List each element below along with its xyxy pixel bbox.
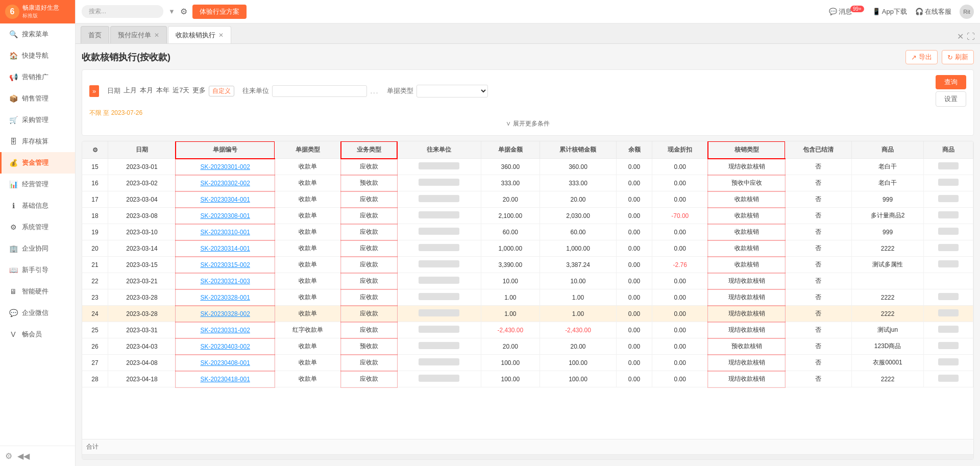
sidebar-item-operations[interactable]: 📊 经营管理 — [0, 174, 75, 195]
table-container[interactable]: ⚙ 日期 单据编号 单据类型 业务类型 往来单位 单据金额 累计核销金额 余额 … — [82, 141, 973, 439]
tab-collection-close[interactable]: ✕ — [218, 32, 224, 39]
export-btn[interactable]: ↗ 导出 — [905, 50, 938, 64]
td-goods2 — [924, 191, 973, 208]
filter-toggle-btn[interactable]: » — [89, 85, 99, 97]
date-7days[interactable]: 近7天 — [173, 86, 189, 96]
expand-bar[interactable]: ∨ 展开更多条件 — [89, 117, 966, 130]
date-this-month[interactable]: 本月 — [140, 86, 153, 96]
sidebar-icon-system: ⚙ — [9, 223, 18, 231]
partner-dots[interactable]: ... — [370, 87, 379, 95]
td-cash-discount: -2.76 — [652, 257, 708, 273]
td-partner — [397, 257, 481, 273]
collapse-icon[interactable]: ◀◀ — [17, 451, 30, 461]
sidebar-label-system: 系统管理 — [22, 223, 48, 232]
sidebar-item-wechat[interactable]: 💬 企业微信 — [0, 302, 75, 324]
win-max-btn[interactable]: ⛶ — [967, 32, 975, 41]
date-last-month[interactable]: 上月 — [124, 86, 137, 96]
td-date: 2023-03-31 — [108, 322, 176, 338]
td-cash-discount: 0.00 — [652, 191, 708, 208]
date-custom[interactable]: 自定义 — [209, 86, 234, 96]
td-written-off: 20.00 — [540, 191, 617, 208]
app-download-action[interactable]: 📱 App下载 — [872, 7, 907, 16]
td-no: 25 — [82, 322, 108, 338]
topbar-gear-icon[interactable]: ⚙ — [180, 7, 187, 16]
sidebar-item-inventory[interactable]: 🗄 库存核算 — [0, 131, 75, 152]
search-bar[interactable]: 搜索... — [82, 5, 163, 18]
td-writeoff-type: 预收款核销 — [708, 338, 785, 355]
doc-no-link[interactable]: SK-20230328-002 — [200, 310, 250, 317]
tab-collection-label: 收款核销执行 — [176, 31, 215, 40]
message-action[interactable]: 💬 消息 99+ — [829, 7, 864, 16]
tab-collection[interactable]: 收款核销执行 ✕ — [168, 26, 231, 43]
sidebar-label-operations: 经营管理 — [22, 180, 48, 189]
tab-home[interactable]: 首页 — [81, 26, 109, 43]
sidebar-item-basics[interactable]: ℹ 基础信息 — [0, 195, 75, 216]
doc-no-link[interactable]: SK-20230418-001 — [200, 376, 250, 383]
td-goods2 — [924, 224, 973, 240]
sidebar-item-system[interactable]: ⚙ 系统管理 — [0, 216, 75, 238]
table-row: 18 2023-03-08 SK-20230308-001 收款单 应收款 2,… — [82, 208, 973, 224]
td-goods1: 123D商品 — [851, 338, 924, 355]
td-writeoff-type: 收款核销 — [708, 240, 785, 257]
td-doc-no: SK-20230328-002 — [176, 306, 275, 322]
settings-btn[interactable]: 设置 — [936, 91, 966, 107]
td-written-off: 10.00 — [540, 273, 617, 289]
td-date: 2023-03-21 — [108, 273, 176, 289]
td-biz-type: 应收款 — [341, 159, 397, 175]
industry-btn[interactable]: 体验行业方案 — [192, 5, 247, 19]
partner-input[interactable] — [272, 85, 367, 97]
settings-icon[interactable]: ⚙ — [5, 451, 12, 461]
doc-no-link[interactable]: SK-20230301-002 — [200, 163, 250, 170]
date-label: 日期 — [107, 86, 120, 95]
sidebar-label-hardware: 智能硬件 — [22, 287, 48, 296]
date-more[interactable]: 更多 — [192, 86, 206, 96]
sidebar-item-member[interactable]: V 畅会员 — [0, 324, 75, 345]
refresh-btn[interactable]: ↻ 刷新 — [942, 50, 974, 64]
sidebar-item-finance[interactable]: 💰 资金管理 — [0, 152, 75, 174]
sidebar-item-enterprise[interactable]: 🏢 企业协同 — [0, 238, 75, 259]
doc-no-link[interactable]: SK-20230408-001 — [200, 359, 250, 366]
td-no: 22 — [82, 273, 108, 289]
td-balance: 0.00 — [617, 273, 652, 289]
sidebar-item-sales[interactable]: 📦 销售管理 — [0, 88, 75, 109]
expand-label: 展开更多条件 — [513, 120, 550, 127]
win-close-btn[interactable]: ✕ — [957, 32, 964, 41]
query-btn[interactable]: 查询 — [936, 75, 966, 89]
doc-no-link[interactable]: SK-20230315-002 — [200, 261, 250, 268]
doc-no-link[interactable]: SK-20230321-003 — [200, 278, 250, 285]
doc-no-link[interactable]: SK-20230302-002 — [200, 180, 250, 187]
td-writeoff-type: 现结收款核销 — [708, 273, 785, 289]
sidebar-item-quick-nav[interactable]: 🏠 快捷导航 — [0, 45, 75, 66]
doc-no-link[interactable]: SK-20230304-001 — [200, 196, 250, 203]
doc-no-link[interactable]: SK-20230308-001 — [200, 212, 250, 219]
page-title: 收款核销执行(按收款) — [82, 51, 170, 63]
th-cash-discount: 现金折扣 — [652, 141, 708, 159]
td-goods1: 老白干 — [851, 159, 924, 175]
user-avatar[interactable]: Rit — [960, 5, 974, 19]
horizontal-scrollbar[interactable] — [82, 454, 973, 459]
doc-no-link[interactable]: SK-20230314-001 — [200, 245, 250, 252]
doc-no-link[interactable]: SK-20230328-001 — [200, 294, 250, 301]
sidebar-item-hardware[interactable]: 🖥 智能硬件 — [0, 281, 75, 302]
date-this-year[interactable]: 本年 — [156, 86, 169, 96]
sidebar-icon-enterprise: 🏢 — [9, 244, 18, 253]
doc-no-link[interactable]: SK-20230310-001 — [200, 229, 250, 236]
td-include-cleared: 否 — [785, 240, 851, 257]
sidebar-item-guide[interactable]: 📖 新手引导 — [0, 259, 75, 281]
td-cash-discount: 0.00 — [652, 306, 708, 322]
td-doc-type: 收款单 — [275, 240, 341, 257]
tab-prepay-close[interactable]: ✕ — [154, 32, 159, 39]
topbar-arrow-icon[interactable]: ▼ — [168, 8, 175, 15]
doctype-select[interactable] — [416, 85, 488, 97]
window-buttons: ✕ ⛶ — [957, 32, 975, 43]
online-service-action[interactable]: 🎧 在线客服 — [915, 7, 951, 16]
td-goods1 — [851, 273, 924, 289]
doc-no-link[interactable]: SK-20230403-002 — [200, 343, 250, 350]
tab-prepay[interactable]: 预付应付单 ✕ — [110, 26, 167, 43]
doc-no-link[interactable]: SK-20230331-002 — [200, 327, 250, 334]
sidebar-item-search[interactable]: 🔍 搜索菜单 — [0, 23, 75, 45]
sidebar-item-purchase[interactable]: 🛒 采购管理 — [0, 109, 75, 131]
th-settings[interactable]: ⚙ — [82, 141, 108, 159]
td-doc-type: 收款单 — [275, 191, 341, 208]
sidebar-item-marketing[interactable]: 📢 营销推广 — [0, 66, 75, 88]
